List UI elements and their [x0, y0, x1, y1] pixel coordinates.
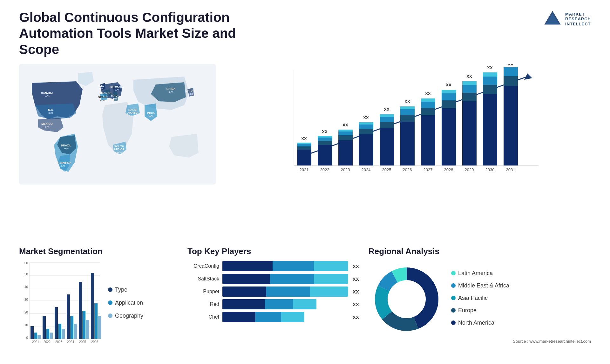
legend-na-label: North America: [458, 320, 494, 326]
svg-text:XX: XX: [363, 115, 369, 120]
player-value-2: XX: [353, 276, 359, 282]
player-name-4: Red: [187, 301, 219, 307]
segmentation-section: Market Segmentation 0 10 20 30 40 50 60: [19, 246, 178, 354]
svg-text:2026: 2026: [91, 340, 98, 344]
svg-rect-126: [46, 329, 49, 339]
svg-rect-51: [338, 131, 353, 135]
player-name-2: SaltStack: [187, 276, 219, 282]
regional-section: Regional Analysis: [369, 246, 591, 354]
svg-text:xx%: xx%: [148, 115, 153, 118]
svg-rect-121: [30, 326, 34, 339]
svg-rect-71: [421, 102, 435, 108]
svg-rect-79: [462, 101, 477, 165]
growth-chart-section: XX XX XX XX: [226, 64, 591, 240]
legend-latin-dot: [451, 271, 456, 275]
svg-rect-131: [62, 329, 65, 339]
svg-text:10: 10: [24, 323, 28, 327]
svg-rect-133: [67, 294, 70, 339]
svg-text:INDIA: INDIA: [147, 111, 155, 115]
main-content: CANADA xx% U.S. xx% MEXICO xx% BRAZIL xx…: [19, 64, 591, 240]
svg-rect-49: [338, 140, 353, 165]
svg-text:2025: 2025: [79, 340, 86, 344]
player-puppet: Puppet XX: [187, 286, 359, 297]
svg-text:2028: 2028: [444, 167, 453, 172]
player-value-1: XX: [353, 264, 359, 269]
legend-na-dot: [451, 320, 456, 325]
player-name-3: Puppet: [187, 289, 219, 294]
legend-europe-label: Europe: [458, 307, 477, 314]
svg-rect-61: [380, 117, 394, 122]
svg-rect-50: [338, 135, 353, 140]
growth-chart: XX XX XX XX: [226, 64, 591, 185]
svg-text:ITALY: ITALY: [111, 94, 119, 97]
svg-rect-60: [380, 122, 394, 128]
svg-text:30: 30: [24, 298, 28, 301]
player-bar-2: [222, 274, 348, 284]
player-name-5: Chef: [187, 314, 219, 320]
map-container: CANADA xx% U.S. xx% MEXICO xx% BRAZIL xx…: [19, 64, 216, 185]
svg-text:JAPAN: JAPAN: [186, 89, 195, 92]
logo: MARKET RESEARCH INTELLECT: [543, 10, 591, 29]
svg-rect-44: [318, 145, 332, 165]
svg-rect-74: [442, 108, 456, 165]
svg-text:XX: XX: [404, 99, 410, 104]
map-section: CANADA xx% U.S. xx% MEXICO xx% BRAZIL xx…: [19, 64, 216, 240]
svg-text:XX: XX: [322, 129, 328, 134]
player-value-4: XX: [353, 302, 359, 307]
world-map: CANADA xx% U.S. xx% MEXICO xx% BRAZIL xx…: [19, 64, 216, 185]
legend-asia-pacific: Asia Pacific: [451, 295, 509, 301]
svg-text:2024: 2024: [67, 340, 74, 344]
svg-rect-72: [421, 98, 435, 102]
svg-text:2030: 2030: [485, 167, 495, 172]
svg-text:GERMANY: GERMANY: [110, 85, 124, 89]
legend-latin-label: Latin America: [458, 270, 493, 277]
svg-text:MEXICO: MEXICO: [41, 122, 53, 125]
svg-text:XX: XX: [446, 83, 451, 87]
svg-rect-76: [442, 93, 456, 100]
legend-europe: Europe: [451, 307, 509, 314]
svg-rect-141: [91, 273, 94, 339]
svg-rect-123: [37, 335, 41, 339]
svg-rect-84: [483, 94, 497, 165]
svg-rect-55: [359, 129, 373, 134]
svg-text:xx%: xx%: [130, 114, 135, 117]
svg-marker-38: [524, 73, 532, 80]
svg-text:xx%: xx%: [168, 91, 173, 93]
player-value-5: XX: [353, 314, 359, 320]
svg-rect-39: [297, 150, 311, 165]
svg-rect-90: [504, 76, 518, 86]
svg-text:2022: 2022: [44, 340, 51, 344]
svg-rect-135: [74, 324, 77, 339]
svg-text:XX: XX: [508, 64, 513, 66]
legend-mea-label: Middle East & Africa: [458, 282, 509, 289]
svg-rect-52: [338, 130, 353, 131]
svg-text:2031: 2031: [506, 167, 515, 172]
svg-rect-138: [82, 311, 85, 339]
svg-text:XX: XX: [301, 136, 307, 141]
svg-rect-85: [483, 85, 497, 94]
svg-text:CANADA: CANADA: [41, 91, 53, 95]
source-text: Source : www.marketresearchintellect.com: [369, 339, 591, 344]
svg-text:xx%: xx%: [98, 87, 103, 90]
legend-geo-label: Geography: [115, 313, 143, 319]
legend-north-america: North America: [451, 320, 509, 326]
svg-text:2029: 2029: [465, 167, 474, 172]
player-bar-3: [222, 286, 348, 297]
svg-rect-54: [359, 134, 373, 165]
svg-text:BRAZIL: BRAZIL: [61, 144, 71, 147]
bottom-sections: Market Segmentation 0 10 20 30 40 50 60: [19, 246, 591, 354]
svg-text:40: 40: [24, 285, 28, 289]
player-orcaconfig: OrcaConfig XX: [187, 261, 359, 271]
logo-text: MARKET RESEARCH INTELLECT: [565, 12, 591, 27]
svg-rect-67: [400, 106, 415, 109]
legend-application: Application: [108, 300, 143, 306]
svg-rect-91: [504, 67, 518, 76]
legend-middle-east: Middle East & Africa: [451, 282, 509, 289]
legend-apac-label: Asia Pacific: [458, 295, 488, 301]
svg-rect-64: [400, 122, 415, 165]
legend-type-dot: [108, 287, 112, 292]
svg-text:2023: 2023: [341, 167, 350, 172]
legend-geo-dot: [108, 313, 112, 318]
svg-text:2022: 2022: [320, 167, 329, 172]
legend-app-dot: [108, 300, 112, 305]
